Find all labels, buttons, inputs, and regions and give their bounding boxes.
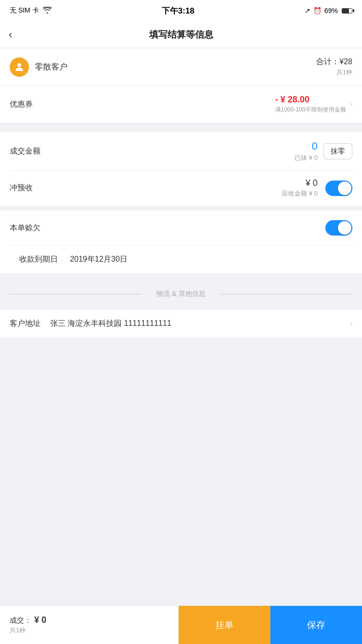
status-left: 无 SIM 卡 bbox=[10, 6, 52, 15]
coupon-value: - ¥ 28.00 bbox=[275, 95, 346, 105]
amount-value[interactable]: 0 bbox=[294, 140, 318, 153]
deal-amount: ¥ 0 bbox=[34, 615, 46, 625]
coupon-row[interactable]: 优惠券 - ¥ 28.00 满1000-100不限制使用金额 › bbox=[0, 85, 362, 123]
prepay-toggle[interactable] bbox=[325, 181, 352, 196]
bottom-count: 共1种 bbox=[10, 626, 169, 635]
coupon-desc: 满1000-100不限制使用金额 bbox=[275, 106, 346, 114]
bottom-bar: 成交： ¥ 0 共1种 挂单 保存 bbox=[0, 605, 362, 644]
section-divider-1 bbox=[0, 127, 362, 132]
prepay-amount: ¥ 0 应收金额 ¥ 0 bbox=[282, 178, 318, 198]
address-chevron-icon: › bbox=[350, 320, 352, 328]
toggle-knob bbox=[338, 182, 351, 195]
duedate-date: 2019年12月30日 bbox=[70, 255, 127, 263]
page-title: 填写结算等信息 bbox=[149, 28, 213, 41]
no-sim-label: 无 SIM 卡 bbox=[10, 6, 39, 15]
empty-area bbox=[0, 337, 362, 434]
status-right: ↗ ⏰ 69% bbox=[305, 7, 352, 14]
customer-section: 零散客户 合计：¥28 共1种 优惠券 - ¥ 28.00 满1000-100不… bbox=[0, 48, 362, 123]
coupon-label: 优惠券 bbox=[10, 99, 33, 110]
coupon-value-block: - ¥ 28.00 满1000-100不限制使用金额 bbox=[275, 95, 346, 114]
save-button[interactable]: 保存 bbox=[270, 606, 362, 644]
bottom-deal: 成交： ¥ 0 bbox=[10, 615, 169, 625]
credit-label: 本单赊欠 bbox=[10, 223, 41, 233]
customer-left: 零散客户 bbox=[10, 57, 68, 77]
status-bar: 无 SIM 卡 下午3:18 ↗ ⏰ 69% bbox=[0, 0, 362, 21]
amount-right: 0 已抹 ¥ 0 抹零 bbox=[294, 140, 352, 162]
battery-percent: 69% bbox=[324, 7, 338, 14]
avatar bbox=[10, 57, 29, 77]
duedate-label: 收款到期日 bbox=[19, 255, 58, 263]
prepay-right: ¥ 0 应收金额 ¥ 0 bbox=[282, 178, 352, 198]
status-time: 下午3:18 bbox=[162, 5, 195, 16]
customer-name: 零散客户 bbox=[35, 61, 68, 72]
amount-col: 0 已抹 ¥ 0 bbox=[294, 140, 318, 162]
bottom-summary: 成交： ¥ 0 共1种 bbox=[0, 615, 179, 635]
amount-label: 成交金额 bbox=[10, 146, 41, 156]
back-button[interactable]: ‹ bbox=[9, 28, 12, 41]
logistics-title: 物流 & 其他信息 bbox=[156, 290, 205, 298]
credit-toggle[interactable] bbox=[325, 220, 352, 236]
chevron-right-icon: › bbox=[350, 100, 352, 109]
content: 零散客户 合计：¥28 共1种 优惠券 - ¥ 28.00 满1000-100不… bbox=[0, 48, 362, 473]
nav-bar: ‹ 填写结算等信息 bbox=[0, 21, 362, 48]
section-divider-2 bbox=[0, 206, 362, 210]
address-value: 张三 海淀永丰科技园 11111111111 bbox=[50, 319, 340, 329]
duedate-spacer bbox=[60, 255, 68, 263]
coupon-right: - ¥ 28.00 满1000-100不限制使用金额 › bbox=[275, 95, 352, 114]
battery-icon bbox=[342, 8, 352, 14]
prepay-left: 冲预收 bbox=[10, 183, 33, 193]
svg-point-0 bbox=[17, 63, 21, 67]
prepay-main-value: ¥ 0 bbox=[282, 178, 318, 188]
line-left bbox=[10, 294, 142, 294]
roundoff-button[interactable]: 抹零 bbox=[323, 143, 352, 159]
customer-summary: 合计：¥28 共1种 bbox=[316, 57, 352, 77]
alarm-icon: ⏰ bbox=[313, 7, 321, 14]
duedate-row: 收款到期日 2019年12月30日 bbox=[10, 245, 352, 273]
section-divider-3 bbox=[0, 278, 362, 283]
total-amount: 合计：¥28 bbox=[316, 57, 352, 67]
line-right bbox=[220, 294, 352, 294]
prepay-label: 冲预收 bbox=[10, 183, 33, 192]
location-icon: ↗ bbox=[305, 7, 310, 14]
section-divider-4 bbox=[0, 305, 362, 310]
address-row[interactable]: 客户地址 张三 海淀永丰科技园 11111111111 › bbox=[0, 310, 362, 337]
amount-section: 成交金额 0 已抹 ¥ 0 抹零 冲预收 ¥ 0 应收金额 ¥ 0 bbox=[0, 132, 362, 206]
credit-toggle-knob bbox=[338, 221, 351, 235]
logistics-header: 物流 & 其他信息 bbox=[0, 283, 362, 305]
prepay-receivable: 应收金额 ¥ 0 bbox=[282, 189, 318, 198]
hang-button[interactable]: 挂单 bbox=[179, 606, 270, 644]
user-icon bbox=[14, 61, 25, 73]
credit-section: 本单赊欠 收款到期日 2019年12月30日 bbox=[0, 210, 362, 273]
credit-row: 本单赊欠 bbox=[10, 210, 352, 245]
total-count: 共1种 bbox=[316, 68, 352, 77]
prepay-row: 冲预收 ¥ 0 应收金额 ¥ 0 bbox=[10, 170, 352, 206]
wifi-icon bbox=[43, 7, 52, 15]
amount-row: 成交金额 0 已抹 ¥ 0 抹零 bbox=[10, 132, 352, 170]
amount-sub: 已抹 ¥ 0 bbox=[294, 154, 318, 162]
customer-row: 零散客户 合计：¥28 共1种 bbox=[0, 48, 362, 85]
deal-label: 成交： bbox=[10, 616, 31, 625]
address-label: 客户地址 bbox=[10, 319, 41, 329]
